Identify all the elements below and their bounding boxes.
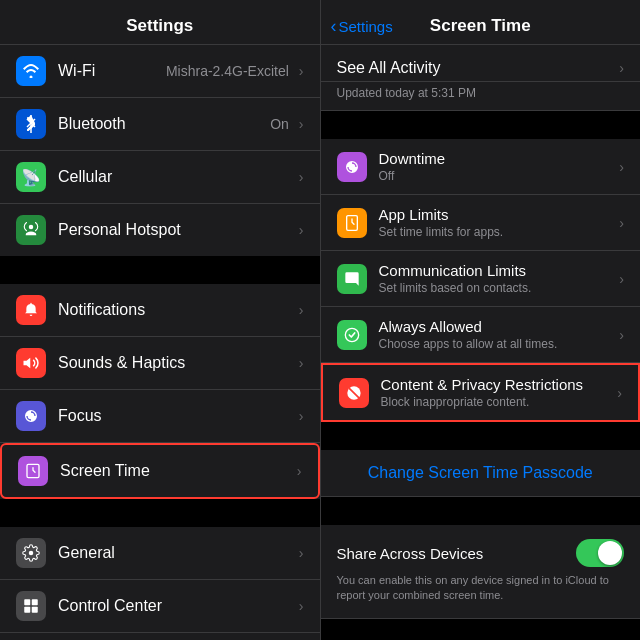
focus-label: Focus <box>58 407 102 425</box>
sounds-chevron: › <box>299 355 304 371</box>
see-all-activity[interactable]: See All Activity › <box>321 45 641 82</box>
svg-point-3 <box>30 415 33 418</box>
applimits-item[interactable]: App Limits Set time limits for apps. › <box>321 195 641 251</box>
settings-list: Wi-Fi Mishra-2.4G-Excitel › <box>0 45 320 640</box>
applimits-subtitle: Set time limits for apps. <box>379 225 620 239</box>
sounds-item[interactable]: Sounds & Haptics › <box>0 337 320 390</box>
controlcenter-content: Control Center › <box>58 597 304 615</box>
cellular-chevron: › <box>299 169 304 185</box>
general-label: General <box>58 544 115 562</box>
contentprivacy-text: Content & Privacy Restrictions Block ina… <box>381 376 618 409</box>
downtime-icon <box>337 152 367 182</box>
focus-icon <box>16 401 46 431</box>
change-passcode-label: Change Screen Time Passcode <box>368 464 593 482</box>
cellular-label: Cellular <box>58 168 112 186</box>
toggle-knob <box>598 541 622 565</box>
downtime-item[interactable]: Downtime Off › <box>321 139 641 195</box>
alwaysallowed-text: Always Allowed Choose apps to allow at a… <box>379 318 620 351</box>
right-title: Screen Time <box>430 16 531 36</box>
right-panel: ‹ Settings Screen Time See All Activity … <box>321 0 641 640</box>
contentprivacy-icon <box>339 378 369 408</box>
svg-point-1 <box>29 225 34 230</box>
bluetooth-label: Bluetooth <box>58 115 126 133</box>
communication-chevron: › <box>619 271 624 287</box>
alwaysallowed-title: Always Allowed <box>379 318 620 335</box>
downtime-title: Downtime <box>379 150 620 167</box>
controlcenter-icon <box>16 591 46 621</box>
back-chevron: ‹ <box>331 16 337 37</box>
see-all-section: See All Activity › Updated today at 5:31… <box>321 45 641 111</box>
screentime-item[interactable]: Screen Time › <box>0 443 320 499</box>
bluetooth-icon <box>16 109 46 139</box>
communication-item[interactable]: Communication Limits Set limits based on… <box>321 251 641 307</box>
sounds-content: Sounds & Haptics › <box>58 354 304 372</box>
change-passcode-button[interactable]: Change Screen Time Passcode <box>321 450 641 497</box>
hotspot-chevron: › <box>299 222 304 238</box>
svg-point-21 <box>350 165 353 168</box>
general-section: General › Control Center › <box>0 527 320 640</box>
svg-rect-7 <box>32 599 38 605</box>
controlcenter-item[interactable]: Control Center › <box>0 580 320 633</box>
alwaysallowed-item[interactable]: Always Allowed Choose apps to allow at a… <box>321 307 641 363</box>
sounds-icon <box>16 348 46 378</box>
display-item[interactable]: Display & Brightness › <box>0 633 320 640</box>
bluetooth-chevron: › <box>299 116 304 132</box>
contentprivacy-chevron: › <box>617 385 622 401</box>
cellular-item[interactable]: 📡 Cellular › <box>0 151 320 204</box>
downtime-text: Downtime Off <box>379 150 620 183</box>
general-chevron: › <box>299 545 304 561</box>
hotspot-label: Personal Hotspot <box>58 221 181 239</box>
back-label: Settings <box>339 18 393 35</box>
gap-1 <box>321 111 641 139</box>
left-header: Settings <box>0 0 320 45</box>
controlcenter-chevron: › <box>299 598 304 614</box>
sounds-label: Sounds & Haptics <box>58 354 185 372</box>
right-header: ‹ Settings Screen Time <box>321 0 641 45</box>
wifi-item[interactable]: Wi-Fi Mishra-2.4G-Excitel › <box>0 45 320 98</box>
wifi-icon <box>16 56 46 86</box>
downtime-subtitle: Off <box>379 169 620 183</box>
downtime-chevron: › <box>619 159 624 175</box>
cellular-content: Cellular › <box>58 168 304 186</box>
general-item[interactable]: General › <box>0 527 320 580</box>
hotspot-item[interactable]: Personal Hotspot › <box>0 204 320 256</box>
notifications-icon <box>16 295 46 325</box>
svg-rect-6 <box>24 599 30 605</box>
bluetooth-value: On <box>270 116 289 132</box>
left-title: Settings <box>126 16 193 35</box>
contentprivacy-title: Content & Privacy Restrictions <box>381 376 618 393</box>
svg-rect-9 <box>32 607 38 613</box>
focus-item[interactable]: Focus › <box>0 390 320 443</box>
communication-icon <box>337 264 367 294</box>
wifi-value: Mishra-2.4G-Excitel <box>166 63 289 79</box>
gap-3 <box>321 497 641 525</box>
applimits-title: App Limits <box>379 206 620 223</box>
svg-point-5 <box>29 551 34 556</box>
back-button[interactable]: ‹ Settings <box>331 16 393 37</box>
wifi-chevron: › <box>299 63 304 79</box>
contentprivacy-item[interactable]: Content & Privacy Restrictions Block ina… <box>321 363 641 422</box>
bluetooth-item[interactable]: Bluetooth On › <box>0 98 320 151</box>
notifications-chevron: › <box>299 302 304 318</box>
communication-text: Communication Limits Set limits based on… <box>379 262 620 295</box>
hotspot-content: Personal Hotspot › <box>58 221 304 239</box>
bluetooth-content: Bluetooth On › <box>58 115 304 133</box>
notifications-section: Notifications › Sounds & Haptics › <box>0 284 320 499</box>
communication-title: Communication Limits <box>379 262 620 279</box>
screentime-content: Screen Time › <box>60 462 302 480</box>
wifi-content: Wi-Fi Mishra-2.4G-Excitel › <box>58 62 304 80</box>
alwaysallowed-icon <box>337 320 367 350</box>
applimits-icon <box>337 208 367 238</box>
see-all-chevron: › <box>619 60 624 76</box>
svg-marker-2 <box>24 358 31 369</box>
share-desc: You can enable this on any device signed… <box>337 573 625 604</box>
applimits-chevron: › <box>619 215 624 231</box>
updated-text: Updated today at 5:31 PM <box>321 82 641 110</box>
screentime-label: Screen Time <box>60 462 150 480</box>
hotspot-icon <box>16 215 46 245</box>
screentime-options-section: Downtime Off › App Limits Set time limit… <box>321 139 641 422</box>
focus-chevron: › <box>299 408 304 424</box>
alwaysallowed-chevron: › <box>619 327 624 343</box>
share-toggle[interactable] <box>576 539 624 567</box>
notifications-item[interactable]: Notifications › <box>0 284 320 337</box>
